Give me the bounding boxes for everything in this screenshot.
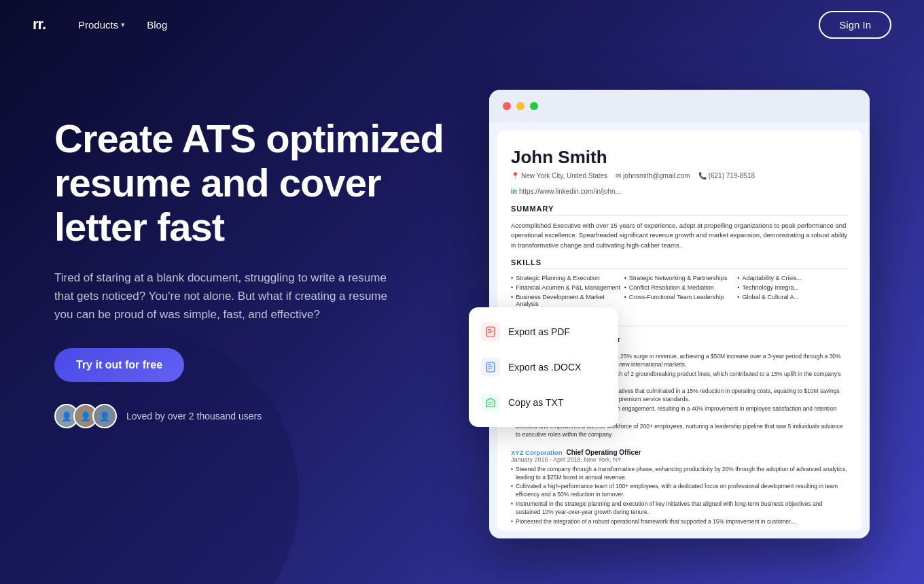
email-icon: ✉ — [616, 172, 621, 179]
linkedin-icon: in — [511, 188, 517, 195]
social-text: Loved by over 2 thousand users — [126, 411, 262, 422]
hero-subtitle: Tired of staring at a blank document, st… — [54, 269, 408, 324]
avatars: 👤 👤 👤 — [54, 404, 117, 428]
avatar: 👤 — [92, 404, 117, 428]
cta-button[interactable]: Try it out for free — [54, 348, 184, 382]
skill-item: Cross-Functional Team Leadership — [624, 294, 735, 307]
blog-nav-link[interactable]: Blog — [147, 19, 167, 31]
nav-links: Products ▾ Blog — [78, 19, 819, 31]
svg-rect-1 — [486, 362, 495, 372]
export-pdf-label: Export as PDF — [508, 326, 570, 337]
resume-preview: John Smith 📍 New York City, United State… — [489, 90, 870, 538]
resume-location: 📍 New York City, United States — [511, 172, 607, 179]
skill-item: Global & Cultural A... — [737, 294, 848, 307]
navbar: rr. Products ▾ Blog Sign In — [0, 0, 924, 49]
resume-contact: 📍 New York City, United States ✉ johnsmi… — [511, 172, 848, 195]
social-proof: 👤 👤 👤 Loved by over 2 thousand users — [54, 404, 462, 428]
skill-item: Financial Acumen & P&L Management — [511, 284, 622, 291]
job-2-bullet-2: Cultivated a high-performance team of 10… — [511, 483, 848, 499]
skill-item: Conflict Resolution & Mediation — [624, 284, 735, 291]
job-2-bullet-1: Steered the company through a transforma… — [511, 466, 848, 482]
resume-linkedin: in https://www.linkedin.com/in/john... — [511, 188, 621, 195]
window-close-dot — [503, 102, 511, 110]
export-txt-item[interactable]: Copy as TXT — [469, 385, 618, 420]
skill-item: Technology Integra... — [737, 284, 848, 291]
txt-icon — [481, 393, 500, 412]
summary-text: Accomplished Executive with over 15 year… — [511, 221, 848, 250]
job-2: XYZ Corporation Chief Operating Officer … — [511, 445, 848, 526]
job-2-company: XYZ Corporation — [511, 449, 562, 456]
export-docx-label: Export as .DOCX — [508, 362, 581, 373]
chevron-down-icon: ▾ — [121, 20, 125, 29]
resume-email: ✉ johnsmith@gmail.com — [616, 172, 690, 179]
pdf-icon — [481, 322, 500, 341]
docx-icon — [481, 358, 500, 377]
hero-title: Create ATS optimized resume and cover le… — [54, 117, 462, 250]
resume-header-bar — [489, 90, 870, 122]
window-minimize-dot — [516, 102, 525, 110]
main-content: Create ATS optimized resume and cover le… — [0, 49, 924, 538]
window-maximize-dot — [530, 102, 538, 110]
products-nav-link[interactable]: Products ▾ — [78, 19, 125, 31]
skills-grid: Strategic Planning & Execution Strategic… — [511, 275, 848, 307]
export-txt-label: Copy as TXT — [508, 397, 563, 408]
job-2-dates: January 2015 - April 2018, New York, NY — [511, 456, 848, 463]
svg-rect-0 — [486, 327, 495, 337]
hero-section: Create ATS optimized resume and cover le… — [54, 90, 462, 428]
export-popup: Export as PDF Export as .DOCX — [469, 307, 618, 427]
job-2-bullet-4: Pioneered the integration of a robust op… — [511, 518, 848, 526]
export-pdf-item[interactable]: Export as PDF — [469, 314, 618, 349]
resume-name: John Smith — [511, 147, 848, 168]
skill-item: Strategic Planning & Execution — [511, 275, 622, 281]
logo[interactable]: rr. — [33, 16, 46, 33]
skill-item: Adaptability & Crisis... — [737, 275, 848, 281]
phone-icon: 📞 — [698, 172, 707, 179]
skill-item: Business Development & Market Analysis — [511, 294, 622, 307]
job-2-bullet-3: Instrumental in the strategic planning a… — [511, 500, 848, 517]
job-2-title: Chief Operating Officer — [566, 449, 641, 456]
summary-section-title: SUMMARY — [511, 205, 848, 216]
skill-item: Strategic Networking & Partnerships — [624, 275, 735, 281]
resume-phone: 📞 (621) 719-8518 — [698, 172, 755, 179]
skills-section-title: SKILLS — [511, 258, 848, 269]
export-docx-item[interactable]: Export as .DOCX — [469, 349, 618, 385]
location-icon: 📍 — [511, 172, 519, 179]
signin-button[interactable]: Sign In — [819, 11, 891, 39]
